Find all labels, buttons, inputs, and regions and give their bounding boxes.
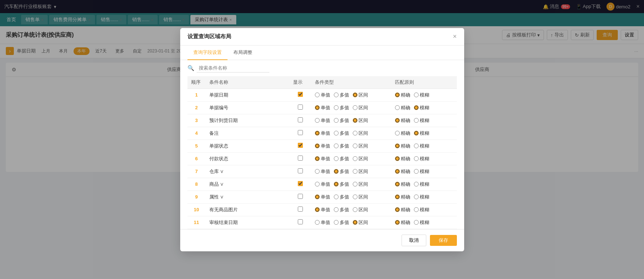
display-checkbox[interactable] [298, 181, 303, 186]
modal-body: 查询字段设置 布局调整 🔍 顺序 条件名称 显示 [180, 46, 464, 204]
type-option-区间[interactable]: 区间 [353, 117, 368, 124]
type-option-区间[interactable]: 区间 [353, 105, 368, 111]
cell-display [289, 178, 311, 190]
type-option-多值[interactable]: 多值 [334, 143, 349, 149]
modal-tab-query-fields[interactable]: 查询字段设置 [187, 46, 228, 60]
type-option-单值[interactable]: 单值 [315, 92, 330, 98]
th-name: 条件名称 [206, 76, 289, 89]
display-checkbox[interactable] [298, 194, 303, 199]
cell-type: 单值多值区间 [311, 89, 391, 101]
type-option-单值[interactable]: 单值 [315, 168, 330, 175]
rule-option-精确[interactable]: 精确 [395, 130, 410, 137]
cell-display [289, 203, 311, 204]
cell-display [289, 89, 311, 101]
cell-order: 1 [187, 89, 206, 101]
cell-order: 8 [187, 178, 206, 190]
table-row: 10有无商品图片单值多值区间精确模糊 [187, 203, 457, 204]
cell-type: 单值多值区间 [311, 152, 391, 165]
table-row: 3预计到货日期单值多值区间精确模糊 [187, 114, 457, 127]
cell-name: 付款状态 [206, 152, 289, 165]
cell-type: 单值多值区间 [311, 178, 391, 190]
cell-type: 单值多值区间 [311, 203, 391, 204]
type-option-区间[interactable]: 区间 [353, 130, 368, 137]
type-option-单值[interactable]: 单值 [315, 156, 330, 162]
display-checkbox[interactable] [298, 168, 303, 173]
type-option-单值[interactable]: 单值 [315, 194, 330, 200]
rule-option-模糊[interactable]: 模糊 [414, 194, 429, 200]
cell-type: 单值多值区间 [311, 190, 391, 203]
display-checkbox[interactable] [298, 92, 303, 97]
rule-option-模糊[interactable]: 模糊 [414, 130, 429, 137]
cell-name: 单据编号 [206, 101, 289, 114]
rule-option-模糊[interactable]: 模糊 [414, 92, 429, 98]
type-option-多值[interactable]: 多值 [334, 156, 349, 162]
cell-order: 3 [187, 114, 206, 127]
rule-option-精确[interactable]: 精确 [395, 168, 410, 175]
cell-type: 单值多值区间 [311, 140, 391, 152]
type-option-区间[interactable]: 区间 [353, 92, 368, 98]
rule-option-精确[interactable]: 精确 [395, 194, 410, 200]
display-checkbox[interactable] [298, 105, 303, 110]
type-option-单值[interactable]: 单值 [315, 117, 330, 124]
rule-option-模糊[interactable]: 模糊 [414, 168, 429, 175]
rule-option-模糊[interactable]: 模糊 [414, 181, 429, 188]
rule-option-精确[interactable]: 精确 [395, 92, 410, 98]
cell-rule: 精确模糊 [391, 152, 457, 165]
cell-display [289, 114, 311, 127]
cell-order: 7 [187, 165, 206, 178]
type-option-多值[interactable]: 多值 [334, 181, 349, 188]
type-option-多值[interactable]: 多值 [334, 194, 349, 200]
type-option-区间[interactable]: 区间 [353, 168, 368, 175]
rule-option-模糊[interactable]: 模糊 [414, 143, 429, 149]
display-checkbox[interactable] [298, 143, 303, 148]
type-option-区间[interactable]: 区间 [353, 143, 368, 149]
type-option-单值[interactable]: 单值 [315, 143, 330, 149]
cell-rule: 精确模糊 [391, 190, 457, 203]
rule-option-精确[interactable]: 精确 [395, 117, 410, 124]
cell-rule: 精确模糊 [391, 89, 457, 101]
cell-order: 4 [187, 127, 206, 140]
display-checkbox[interactable] [298, 117, 303, 122]
type-option-区间[interactable]: 区间 [353, 194, 368, 200]
modal-search-area: 🔍 [180, 60, 464, 76]
modal-dialog: 设置查询区域布局 × 查询字段设置 布局调整 🔍 [180, 28, 464, 204]
type-option-多值[interactable]: 多值 [334, 117, 349, 124]
type-option-多值[interactable]: 多值 [334, 168, 349, 175]
rule-option-模糊[interactable]: 模糊 [414, 117, 429, 124]
modal-close-button[interactable]: × [453, 33, 457, 40]
type-option-多值[interactable]: 多值 [334, 130, 349, 137]
rule-option-模糊[interactable]: 模糊 [414, 105, 429, 111]
cell-display [289, 101, 311, 114]
rule-option-精确[interactable]: 精确 [395, 143, 410, 149]
type-option-多值[interactable]: 多值 [334, 105, 349, 111]
cell-rule: 精确模糊 [391, 178, 457, 190]
type-option-多值[interactable]: 多值 [334, 92, 349, 98]
table-row: 9属性 ∨单值多值区间精确模糊 [187, 190, 457, 203]
display-checkbox[interactable] [298, 156, 303, 161]
table-row: 7仓库 ∨单值多值区间精确模糊 [187, 165, 457, 178]
cell-rule: 精确模糊 [391, 101, 457, 114]
cell-name: 备注 [206, 127, 289, 140]
cell-name: 属性 ∨ [206, 190, 289, 203]
cell-type: 单值多值区间 [311, 101, 391, 114]
cell-rule: 精确模糊 [391, 114, 457, 127]
rule-option-精确[interactable]: 精确 [395, 156, 410, 162]
rule-option-模糊[interactable]: 模糊 [414, 156, 429, 162]
type-option-区间[interactable]: 区间 [353, 181, 368, 188]
modal-tab-layout[interactable]: 布局调整 [228, 46, 258, 60]
rule-option-精确[interactable]: 精确 [395, 105, 410, 111]
display-checkbox[interactable] [298, 130, 303, 135]
cell-name: 预计到货日期 [206, 114, 289, 127]
type-option-单值[interactable]: 单值 [315, 181, 330, 188]
th-order: 顺序 [187, 76, 206, 89]
modal-header: 设置查询区域布局 × [180, 28, 464, 46]
cell-name: 仓库 ∨ [206, 165, 289, 178]
type-option-单值[interactable]: 单值 [315, 130, 330, 137]
th-type: 条件类型 [311, 76, 391, 89]
type-option-单值[interactable]: 单值 [315, 105, 330, 111]
rule-option-精确[interactable]: 精确 [395, 181, 410, 188]
conditions-table: 顺序 条件名称 显示 条件类型 匹配原则 1单据日期单值多值区间精确模糊2单据编… [187, 76, 457, 204]
type-option-区间[interactable]: 区间 [353, 156, 368, 162]
table-row: 6付款状态单值多值区间精确模糊 [187, 152, 457, 165]
search-input[interactable] [197, 64, 269, 72]
